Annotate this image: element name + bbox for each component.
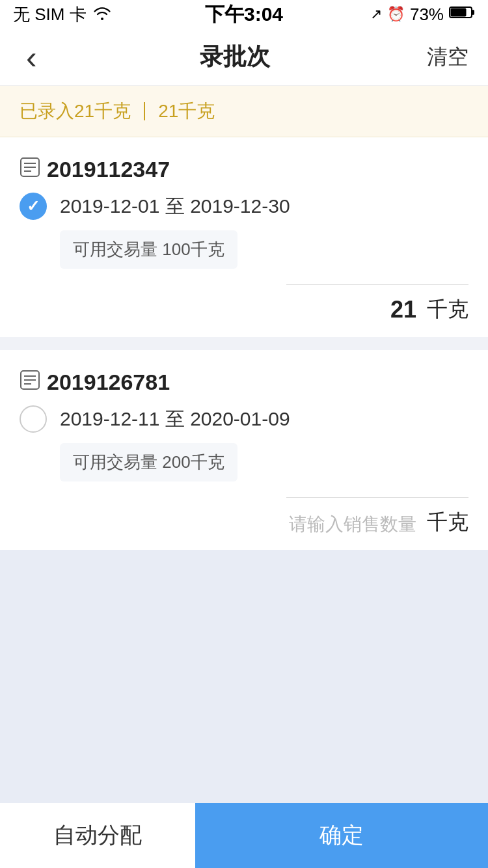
summary-divider bbox=[144, 102, 145, 120]
svg-rect-2 bbox=[451, 8, 467, 17]
batch-2-number: 2019126781 bbox=[47, 370, 170, 395]
bottom-buttons: 自动分配 确定 bbox=[0, 803, 488, 868]
batch-2-header: 2019126781 bbox=[20, 370, 468, 395]
status-time: 下午3:04 bbox=[205, 1, 283, 28]
batch-1-number: 2019112347 bbox=[47, 157, 170, 182]
batch-1-date: 2019-12-01 至 2019-12-30 bbox=[60, 193, 290, 220]
batch-1-quantity-input[interactable] bbox=[338, 296, 416, 323]
location-icon: ↗ bbox=[370, 6, 382, 23]
batch-2-date-row[interactable]: 2019-12-11 至 2020-01-09 bbox=[20, 405, 468, 433]
nav-bar: ‹ 录批次 清空 bbox=[0, 29, 488, 86]
batch-2-unit: 千克 bbox=[427, 508, 468, 537]
batch-card-1: 2019112347 ✓ 2019-12-01 至 2019-12-30 可用交… bbox=[0, 137, 488, 337]
page-title: 录批次 bbox=[200, 41, 270, 73]
auto-distribute-button[interactable]: 自动分配 bbox=[0, 803, 195, 868]
alarm-icon: ⏰ bbox=[387, 6, 405, 23]
bottom-area bbox=[0, 550, 488, 823]
batch-card-2: 2019126781 2019-12-11 至 2020-01-09 可用交易量… bbox=[0, 350, 488, 550]
carrier-text: 无 SIM 卡 bbox=[13, 3, 87, 26]
batch-2-icon bbox=[20, 370, 40, 395]
batch-1-avail-wrap: 可用交易量 100千克 bbox=[20, 230, 468, 269]
back-button[interactable]: ‹ bbox=[20, 34, 44, 80]
clear-button[interactable]: 清空 bbox=[427, 43, 468, 72]
batch-1-quantity-row: 千克 bbox=[20, 285, 468, 324]
batch-2-radio[interactable] bbox=[20, 405, 47, 433]
batch-2-quantity-input[interactable] bbox=[221, 509, 416, 536]
status-bar: 无 SIM 卡 下午3:04 ↗ ⏰ 73% bbox=[0, 0, 488, 29]
batch-1-unit: 千克 bbox=[427, 295, 468, 324]
batch-1-icon bbox=[20, 157, 40, 182]
batch-2-quantity-row: 千克 bbox=[20, 498, 468, 537]
batch-2-date: 2019-12-11 至 2020-01-09 bbox=[60, 406, 290, 433]
wifi-icon bbox=[93, 5, 111, 25]
batch-1-avail: 可用交易量 100千克 bbox=[60, 230, 237, 269]
check-icon: ✓ bbox=[27, 197, 40, 215]
batch-2-avail: 可用交易量 200千克 bbox=[60, 443, 237, 481]
batch-1-header: 2019112347 bbox=[20, 157, 468, 182]
confirm-button[interactable]: 确定 bbox=[195, 803, 488, 868]
batch-2-avail-wrap: 可用交易量 200千克 bbox=[20, 443, 468, 481]
batch-1-date-row[interactable]: ✓ 2019-12-01 至 2019-12-30 bbox=[20, 193, 468, 220]
status-carrier: 无 SIM 卡 bbox=[13, 3, 111, 26]
summary-bar: 已录入21千克 21千克 bbox=[0, 86, 488, 137]
status-right: ↗ ⏰ 73% bbox=[370, 5, 475, 25]
battery-icon bbox=[449, 5, 475, 23]
recorded-amount: 已录入21千克 bbox=[20, 99, 131, 124]
section-divider-1 bbox=[0, 337, 488, 350]
total-amount: 21千克 bbox=[158, 99, 215, 124]
svg-rect-1 bbox=[472, 10, 474, 15]
battery-text: 73% bbox=[410, 5, 444, 25]
batch-1-radio[interactable]: ✓ bbox=[20, 193, 47, 220]
